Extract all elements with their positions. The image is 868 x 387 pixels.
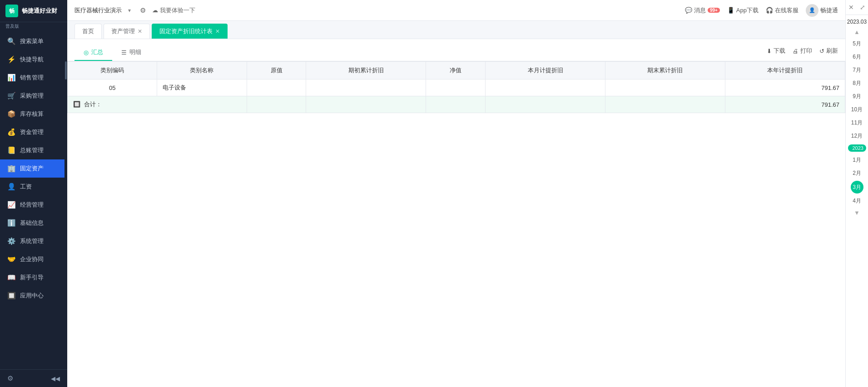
sidebar-item-label: 企业协同 bbox=[20, 255, 44, 263]
cell-monthly-dep bbox=[486, 79, 605, 96]
sidebar-footer: ⚙ ◀◀ bbox=[0, 369, 67, 387]
month-item-6[interactable]: 6月 bbox=[846, 50, 868, 64]
tab-asset-mgmt-label: 资产管理 bbox=[111, 27, 135, 35]
month-item-12[interactable]: 12月 bbox=[846, 129, 868, 143]
col-code: 类别编码 bbox=[68, 62, 157, 79]
sidebar-item-label: 资金管理 bbox=[20, 128, 44, 136]
user-label: 畅捷通 bbox=[820, 6, 838, 15]
refresh-icon: ↺ bbox=[819, 48, 824, 55]
panel-close-button[interactable]: ✕ bbox=[848, 4, 854, 11]
quick-nav-icon: ⚡ bbox=[7, 55, 15, 64]
panel-expand-button[interactable]: ⤢ bbox=[860, 4, 865, 11]
sidebar-item-app-center[interactable]: 🔲 应用中心 bbox=[0, 287, 64, 305]
collapse-icon[interactable]: ◀◀ bbox=[51, 375, 60, 382]
sidebar-item-quick-nav[interactable]: ⚡ 快捷导航 bbox=[0, 50, 64, 69]
depreciation-table: 类别编码 类别名称 原值 期初累计折旧 净值 本月计提折旧 期末累计折旧 本年计… bbox=[67, 61, 845, 113]
month-item-3-active[interactable]: 3月 bbox=[851, 181, 863, 194]
sidebar-item-label: 搜索菜单 bbox=[20, 37, 44, 45]
sidebar-item-payroll[interactable]: 👤 工资 bbox=[0, 178, 64, 196]
month-item-10[interactable]: 10月 bbox=[846, 103, 868, 116]
year-label: 2023.03 bbox=[846, 15, 868, 27]
month-item-5[interactable]: 5月 bbox=[846, 37, 868, 50]
nav-tabs: 首页 资产管理 ✕ 固定资产折旧统计表 ✕ bbox=[67, 21, 845, 39]
messages-label: 消息 bbox=[694, 6, 706, 15]
tab-depreciation-report-label: 固定资产折旧统计表 bbox=[159, 27, 213, 35]
sidebar-item-inventory[interactable]: 📦 库存核算 bbox=[0, 105, 64, 123]
settings-button[interactable]: ⚙ bbox=[137, 5, 149, 15]
online-service-button[interactable]: 🎧 在线客服 bbox=[766, 6, 799, 15]
sidebar-item-label: 工资 bbox=[20, 183, 32, 191]
sidebar-item-purchase[interactable]: 🛒 采购管理 bbox=[0, 87, 64, 105]
tab-depreciation-report[interactable]: 固定资产折旧统计表 ✕ bbox=[152, 24, 228, 39]
cell-net bbox=[426, 79, 486, 96]
topbar: 医疗器械行业演示 ▾ ⚙ ☁ 我要体验一下 💬 消息 99+ 📱 App下载 🎧… bbox=[67, 0, 845, 21]
month-item-8[interactable]: 8月 bbox=[846, 77, 868, 90]
tab-home[interactable]: 首页 bbox=[74, 24, 102, 39]
col-name: 类别名称 bbox=[157, 62, 247, 79]
print-button[interactable]: 🖨 打印 bbox=[793, 47, 812, 55]
month-item-1[interactable]: 1月 bbox=[846, 154, 868, 167]
ledger-icon: 📒 bbox=[7, 146, 15, 154]
right-panel-header: ✕ ⤢ bbox=[846, 0, 868, 15]
cloud-icon: ☁ bbox=[152, 7, 158, 14]
scroll-down-arrow[interactable]: ▼ bbox=[852, 208, 862, 218]
experience-button[interactable]: ☁ 我要体验一下 bbox=[152, 6, 195, 15]
messages-badge: 99+ bbox=[708, 8, 720, 13]
sidebar-item-system[interactable]: ⚙️ 系统管理 bbox=[0, 232, 64, 250]
basic-info-icon: ℹ️ bbox=[7, 219, 15, 227]
col-end-accum: 期末累计折旧 bbox=[605, 62, 725, 79]
sidebar-header: 畅 畅捷通好业财 bbox=[0, 0, 67, 22]
company-dropdown-button[interactable]: ▾ bbox=[125, 6, 134, 15]
cell-name: 电子设备 bbox=[157, 79, 247, 96]
sidebar-item-label: 销售管理 bbox=[20, 74, 44, 82]
print-icon: 🖨 bbox=[793, 48, 799, 55]
app-download-button[interactable]: 📱 App下载 bbox=[727, 6, 759, 15]
sidebar-item-ledger[interactable]: 📒 总账管理 bbox=[0, 141, 64, 159]
user-menu[interactable]: 👤 畅捷通 bbox=[806, 4, 838, 17]
messages-button[interactable]: 💬 消息 99+ bbox=[685, 6, 720, 15]
download-label: 下载 bbox=[774, 47, 785, 55]
month-item-2[interactable]: 2月 bbox=[846, 167, 868, 180]
sub-tab-summary[interactable]: ◎ 汇总 bbox=[74, 45, 112, 61]
sidebar-item-guide[interactable]: 📖 新手引导 bbox=[0, 268, 64, 287]
inventory-icon: 📦 bbox=[7, 110, 15, 118]
sidebar-item-operations[interactable]: 📈 经营管理 bbox=[0, 196, 64, 214]
cell-yearly-dep: 791.67 bbox=[725, 79, 845, 96]
col-yearly-dep: 本年计提折旧 bbox=[725, 62, 845, 79]
refresh-button[interactable]: ↺ 刷新 bbox=[819, 47, 838, 55]
sidebar-item-cooperation[interactable]: 🤝 企业协同 bbox=[0, 250, 64, 268]
month-item-4[interactable]: 4月 bbox=[846, 194, 868, 208]
sidebar: 畅 畅捷通好业财 普及版 🔍 搜索菜单 ⚡ 快捷导航 📊 销售管理 🛒 采购管理 bbox=[0, 0, 67, 387]
col-original: 原值 bbox=[247, 62, 306, 79]
tab-asset-mgmt[interactable]: 资产管理 ✕ bbox=[104, 24, 150, 39]
sidebar-item-label: 固定资产 bbox=[20, 164, 44, 173]
company-name: 医疗器械行业演示 bbox=[74, 6, 122, 15]
purchase-icon: 🛒 bbox=[7, 92, 15, 100]
tab-asset-mgmt-close[interactable]: ✕ bbox=[138, 28, 142, 35]
sidebar-item-label: 新手引导 bbox=[20, 273, 44, 282]
finance-icon: 💰 bbox=[7, 128, 15, 136]
sub-tabs: ◎ 汇总 ☰ 明细 ⬇ 下载 🖨 打印 ↺ 刷 bbox=[67, 39, 845, 61]
sidebar-item-search[interactable]: 🔍 搜索菜单 bbox=[0, 32, 64, 50]
month-item-9[interactable]: 9月 bbox=[846, 90, 868, 103]
sub-tab-detail[interactable]: ☰ 明细 bbox=[112, 45, 150, 61]
tab-depreciation-report-close[interactable]: ✕ bbox=[215, 28, 220, 35]
sidebar-item-fixed-assets[interactable]: 🏢 固定资产 bbox=[0, 159, 64, 178]
settings-icon[interactable]: ⚙ bbox=[7, 374, 13, 382]
download-button[interactable]: ⬇ 下载 bbox=[767, 47, 785, 55]
app-title: 畅捷通好业财 bbox=[22, 7, 57, 15]
scroll-up-arrow[interactable]: ▲ bbox=[852, 27, 862, 37]
month-item-7[interactable]: 7月 bbox=[846, 64, 868, 77]
operations-icon: 📈 bbox=[7, 201, 15, 209]
app-download-icon: 📱 bbox=[727, 7, 734, 14]
guide-icon: 📖 bbox=[7, 273, 15, 282]
sidebar-item-sales[interactable]: 📊 销售管理 bbox=[0, 69, 64, 87]
topbar-left: 医疗器械行业演示 ▾ ⚙ ☁ 我要体验一下 bbox=[74, 5, 195, 15]
fixed-assets-icon: 🏢 bbox=[7, 164, 15, 173]
month-item-11[interactable]: 11月 bbox=[846, 116, 868, 129]
sidebar-item-basic-info[interactable]: ℹ️ 基础信息 bbox=[0, 214, 64, 232]
system-icon: ⚙️ bbox=[7, 237, 15, 245]
logo-icon: 畅 bbox=[5, 5, 18, 17]
sidebar-item-finance[interactable]: 💰 资金管理 bbox=[0, 123, 64, 141]
subtotal-original bbox=[247, 96, 306, 113]
